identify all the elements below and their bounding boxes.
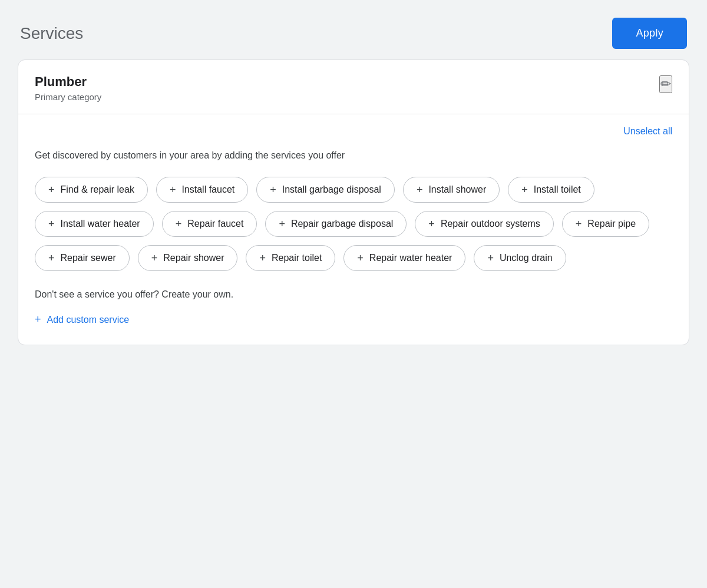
service-chip-repair-garbage-disposal[interactable]: +Repair garbage disposal (265, 211, 407, 237)
service-chip-repair-pipe[interactable]: +Repair pipe (562, 211, 649, 237)
chip-label: Repair garbage disposal (291, 219, 393, 229)
chip-plus-icon: + (270, 184, 276, 195)
service-chip-repair-toilet[interactable]: +Repair toilet (246, 245, 335, 271)
chip-plus-icon: + (279, 219, 285, 229)
chip-label: Install toilet (534, 184, 581, 195)
add-custom-label: Add custom service (47, 315, 130, 325)
edit-button[interactable]: ✏ (659, 75, 672, 93)
chip-plus-icon: + (170, 184, 176, 195)
chip-plus-icon: + (357, 253, 364, 263)
unselect-all-button[interactable]: Unselect all (623, 126, 672, 137)
edit-icon: ✏ (660, 77, 671, 91)
page-title: Services (20, 24, 83, 43)
chip-plus-icon: + (487, 253, 494, 263)
main-card: Plumber Primary category ✏ Unselect all … (18, 60, 689, 345)
chip-label: Repair outdoor systems (441, 219, 540, 229)
service-chip-install-faucet[interactable]: +Install faucet (156, 177, 248, 203)
chip-label: Find & repair leak (61, 184, 134, 195)
service-chip-install-garbage-disposal[interactable]: +Install garbage disposal (256, 177, 395, 203)
service-chip-install-shower[interactable]: +Install shower (403, 177, 500, 203)
category-info: Plumber Primary category (35, 74, 101, 102)
service-chip-repair-outdoor-systems[interactable]: +Repair outdoor systems (415, 211, 553, 237)
card-header: Plumber Primary category ✏ (18, 60, 689, 114)
chip-plus-icon: + (151, 253, 158, 263)
chip-label: Install water heater (61, 219, 140, 229)
chip-label: Repair pipe (587, 219, 636, 229)
service-chip-repair-sewer[interactable]: +Repair sewer (35, 245, 130, 271)
chip-plus-icon: + (48, 184, 55, 195)
card-body: Unselect all Get discovered by customers… (18, 114, 689, 345)
chip-label: Install garbage disposal (282, 184, 381, 195)
add-custom-plus-icon: + (35, 313, 41, 326)
unselect-row: Unselect all (35, 126, 672, 137)
chip-label: Repair water heater (369, 253, 452, 263)
no-service-text: Don't see a service you offer? Create yo… (35, 288, 672, 302)
service-chip-install-water-heater[interactable]: +Install water heater (35, 211, 154, 237)
chip-label: Install shower (428, 184, 486, 195)
header-row: Services Apply (18, 18, 689, 49)
service-chip-unclog-drain[interactable]: +Unclog drain (474, 245, 566, 271)
service-chip-install-toilet[interactable]: +Install toilet (508, 177, 594, 203)
chip-label: Repair faucet (187, 219, 243, 229)
apply-button[interactable]: Apply (612, 18, 687, 49)
chip-plus-icon: + (48, 253, 55, 263)
chip-plus-icon: + (428, 219, 435, 229)
page-container: Services Apply Plumber Primary category … (18, 18, 689, 345)
chip-plus-icon: + (259, 253, 266, 263)
chip-plus-icon: + (417, 184, 423, 195)
service-chip-repair-water-heater[interactable]: +Repair water heater (343, 245, 465, 271)
chip-plus-icon: + (48, 219, 55, 229)
chip-label: Install faucet (181, 184, 234, 195)
service-chip-find-repair-leak[interactable]: +Find & repair leak (35, 177, 148, 203)
category-name: Plumber (35, 74, 101, 90)
services-grid: +Find & repair leak+Install faucet+Insta… (35, 177, 672, 271)
chip-plus-icon: + (576, 219, 582, 229)
chip-plus-icon: + (521, 184, 528, 195)
chip-label: Repair sewer (61, 253, 116, 263)
chip-label: Unclog drain (500, 253, 553, 263)
chip-label: Repair shower (163, 253, 224, 263)
chip-label: Repair toilet (272, 253, 322, 263)
service-chip-repair-faucet[interactable]: +Repair faucet (162, 211, 257, 237)
category-subtitle: Primary category (35, 92, 101, 102)
add-custom-service-button[interactable]: + Add custom service (35, 313, 129, 326)
discovery-text: Get discovered by customers in your area… (35, 148, 672, 163)
chip-plus-icon: + (176, 219, 182, 229)
service-chip-repair-shower[interactable]: +Repair shower (138, 245, 238, 271)
